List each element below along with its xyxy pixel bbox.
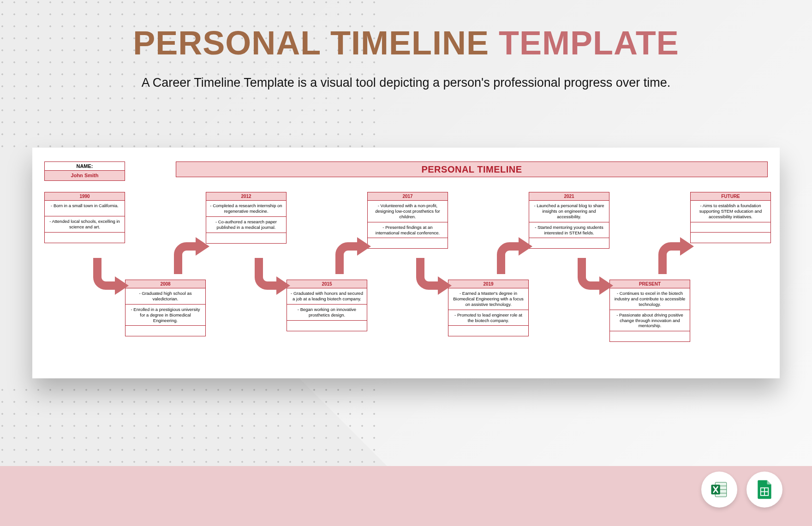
headline: PERSONAL TIMELINE TEMPLATE A Career Time… — [0, 0, 812, 90]
timeline-cell — [610, 331, 690, 341]
timeline-box-2015: 2015- Graduated with honors and secured … — [287, 280, 367, 331]
subtitle: A Career Timeline Template is a visual t… — [0, 76, 812, 90]
timeline-arrow-icon — [250, 254, 291, 296]
timeline-arrow-icon — [169, 236, 210, 278]
timeline-year: 2012 — [206, 192, 286, 201]
timeline-cell: - Launched a personal blog to share insi… — [529, 201, 609, 222]
title-part-2: TEMPLATE — [499, 24, 679, 61]
title-part-1: PERSONAL TIMELINE — [133, 24, 489, 61]
timeline-box-2012: 2012- Completed a research internship on… — [206, 192, 287, 244]
card-title-bar: PERSONAL TIMELINE — [176, 161, 768, 177]
timeline-cell: - Earned a Master's degree in Biomedical… — [448, 288, 528, 310]
name-block: NAME: John Smith — [44, 161, 125, 181]
timeline-arrow-icon — [330, 236, 372, 278]
timeline-cell: - Attended local schools, excelling in s… — [45, 216, 125, 233]
timeline-year: 2019 — [448, 280, 528, 288]
timeline-box-1990: 1990- Born in a small town in California… — [44, 192, 125, 243]
name-value: John Smith — [44, 171, 125, 181]
timeline-box-2008: 2008- Graduated high school as valedicto… — [125, 280, 206, 336]
timeline-cell — [529, 238, 609, 248]
card-header: NAME: John Smith PERSONAL TIMELINE — [44, 161, 768, 181]
sheets-icon[interactable] — [746, 472, 782, 508]
timeline-cell: - Started mentoring young students inter… — [529, 222, 609, 239]
timeline-cell — [691, 222, 770, 233]
timeline-cell: - Born in a small town in California. — [45, 201, 125, 216]
timeline-cell: - Began working on innovative prosthetic… — [287, 305, 367, 321]
timeline-cell: - Graduated high school as valedictorian… — [125, 288, 205, 305]
timeline-cell: - Graduated with honors and secured a jo… — [287, 288, 367, 305]
timeline-cell: - Aims to establish a foundation support… — [691, 201, 770, 222]
timeline-cell — [448, 326, 528, 336]
timeline-arrow-icon — [573, 254, 614, 296]
card-title: PERSONAL TIMELINE — [421, 164, 522, 175]
timeline-year: 2021 — [529, 192, 609, 201]
timeline-cell — [206, 233, 286, 243]
app-icons — [701, 472, 782, 508]
footer-strip — [0, 466, 812, 526]
timeline-year: PRESENT — [610, 280, 690, 288]
timeline-box-2019: 2019- Earned a Master's degree in Biomed… — [448, 280, 529, 336]
timeline-cell: - Promoted to lead engineer role at the … — [448, 310, 528, 326]
timeline-cell: - Volunteered with a non-profit, designi… — [368, 201, 448, 222]
timeline-box-2021: 2021- Launched a personal blog to share … — [529, 192, 609, 249]
timeline-year: 2008 — [125, 280, 205, 288]
timeline-cell: - Enrolled in a prestigious university f… — [125, 305, 205, 326]
timeline-cell — [691, 233, 770, 243]
timeline-cell — [368, 238, 448, 248]
timeline-box-present: PRESENT- Continues to excel in the biote… — [609, 280, 690, 342]
timeline-year: 1990 — [45, 192, 125, 201]
timeline-cell: - Presented findings at an international… — [368, 222, 448, 239]
timeline-area: 1990- Born in a small town in California… — [44, 192, 768, 367]
timeline-cell: - Completed a research internship on reg… — [206, 201, 286, 217]
excel-icon[interactable] — [701, 472, 737, 508]
timeline-cell — [287, 321, 367, 331]
timeline-box-2017: 2017- Volunteered with a non-profit, des… — [367, 192, 448, 249]
name-label: NAME: — [44, 161, 125, 171]
timeline-arrow-icon — [492, 236, 533, 278]
timeline-cell: - Passionate about driving positive chan… — [610, 310, 690, 332]
timeline-cell: - Continues to excel in the biotech indu… — [610, 288, 690, 310]
timeline-arrow-icon — [88, 254, 130, 296]
timeline-cell — [45, 233, 125, 243]
page-title: PERSONAL TIMELINE TEMPLATE — [0, 24, 812, 62]
timeline-cell — [125, 326, 205, 336]
timeline-year: FUTURE — [691, 192, 770, 201]
timeline-arrow-icon — [411, 254, 453, 296]
timeline-arrow-icon — [653, 236, 695, 278]
timeline-box-future: FUTURE- Aims to establish a foundation s… — [690, 192, 771, 243]
timeline-year: 2017 — [368, 192, 448, 201]
timeline-cell: - Co-authored a research paper published… — [206, 217, 286, 233]
template-card: NAME: John Smith PERSONAL TIMELINE 1990-… — [32, 148, 780, 378]
timeline-year: 2015 — [287, 280, 367, 288]
